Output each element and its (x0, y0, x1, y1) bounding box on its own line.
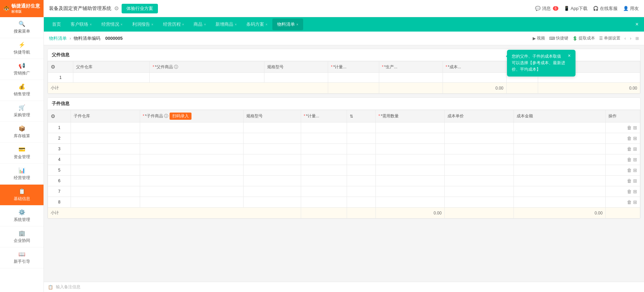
view-video-button[interactable]: ▶ 视频 (533, 35, 545, 41)
tab-customers[interactable]: 客户联络 × (66, 19, 97, 30)
child-unit-cost-cell-2[interactable] (445, 133, 513, 144)
delete-row-7-icon[interactable]: 🗑 (627, 189, 632, 194)
parent-cost-cell[interactable] (443, 73, 506, 83)
hotkeys-button[interactable]: ⌨ 快捷键 (549, 35, 568, 41)
sidebar-item-guide[interactable]: 📖 新手引导 (0, 247, 44, 268)
child-qty-cell-3[interactable] (375, 144, 444, 154)
child-warehouse-cell-4[interactable] (71, 154, 140, 165)
delete-row-2-icon[interactable]: 🗑 (627, 136, 632, 141)
child-spec-cell-8[interactable] (243, 197, 301, 208)
delete-row-1-icon[interactable]: 🗑 (627, 125, 632, 130)
tooltip-close-button[interactable]: × (568, 53, 571, 58)
tab-products[interactable]: 商品 × (189, 19, 211, 30)
child-product-cell-5[interactable] (140, 165, 243, 176)
child-spec-cell-1[interactable] (243, 122, 301, 133)
child-warehouse-cell-1[interactable] (71, 122, 140, 133)
delete-row-5-icon[interactable]: 🗑 (627, 167, 632, 173)
sidebar-item-finance[interactable]: 💳 资金管理 (0, 143, 44, 164)
child-unit-cell-1[interactable] (301, 122, 347, 133)
parent-production-cell[interactable] (379, 73, 443, 83)
child-unit-cost-cell-4[interactable] (445, 154, 513, 165)
tab-operations-status[interactable]: 经营情况 × (97, 19, 127, 30)
child-spec-cell-2[interactable] (243, 133, 301, 144)
tab-barcode[interactable]: 条码方案 × (242, 19, 272, 30)
sidebar-item-search[interactable]: 🔍 搜索菜单 (0, 17, 44, 38)
child-unit-cost-cell-8[interactable] (445, 197, 513, 208)
child-warehouse-cell-8[interactable] (71, 197, 140, 208)
child-unit-cost-cell-1[interactable] (445, 122, 513, 133)
copy-row-4-icon[interactable]: ⊞ (633, 157, 637, 162)
nav-next-icon[interactable]: › (630, 36, 631, 41)
parent-col-settings[interactable]: ⚙ (48, 61, 73, 73)
close-operations-status-icon[interactable]: × (121, 23, 123, 26)
copy-row-5-icon[interactable]: ⊞ (633, 167, 637, 173)
delete-row-3-icon[interactable]: 🗑 (627, 146, 632, 152)
doc-settings-button[interactable]: ☰ 单据设置 (599, 35, 620, 41)
tab-home[interactable]: 首页 (47, 19, 66, 30)
child-unit-cell-7[interactable] (301, 186, 347, 197)
child-unit-cell-3[interactable] (301, 144, 347, 154)
copy-row-8-icon[interactable]: ⊞ (633, 199, 637, 205)
messages-button[interactable]: 💬 消息 6 (535, 5, 558, 12)
child-product-cell-3[interactable] (140, 144, 243, 154)
tab-bom[interactable]: 物料清单 × (272, 19, 303, 30)
child-unit-cell-4[interactable] (301, 154, 347, 165)
extract-cost-button[interactable]: 💲 提取成本 (572, 35, 595, 41)
child-spec-cell-7[interactable] (243, 186, 301, 197)
grid-view-icon[interactable]: ⊞ (635, 36, 639, 41)
child-product-cell-2[interactable] (140, 133, 243, 144)
close-barcode-icon[interactable]: × (265, 23, 268, 26)
child-col-settings[interactable]: ⚙ (48, 110, 71, 122)
child-warehouse-cell-6[interactable] (71, 176, 140, 186)
header-settings-icon[interactable]: ⚙ (114, 5, 119, 12)
child-warehouse-cell-5[interactable] (71, 165, 140, 176)
parent-unit-cell[interactable] (328, 73, 379, 83)
child-product-cell-1[interactable] (140, 122, 243, 133)
delete-row-8-icon[interactable]: 🗑 (627, 199, 632, 205)
tab-profit-report[interactable]: 利润报告 × (127, 19, 158, 30)
sidebar-item-operations[interactable]: 📊 经营管理 (0, 164, 44, 185)
child-product-cell-8[interactable] (140, 197, 243, 208)
parent-spec-cell[interactable] (264, 73, 328, 83)
tab-operations-history[interactable]: 经营历程 × (158, 19, 189, 30)
child-unit-cost-cell-6[interactable] (445, 176, 513, 186)
sidebar-item-purchase[interactable]: 🛒 采购管理 (0, 101, 44, 122)
sidebar-item-enterprise[interactable]: 🏢 企业协同 (0, 226, 44, 247)
close-customers-icon[interactable]: × (90, 23, 92, 26)
child-qty-cell-6[interactable] (375, 176, 444, 186)
close-new-product-icon[interactable]: × (235, 23, 237, 26)
parent-warehouse-cell[interactable] (73, 73, 150, 83)
copy-row-3-icon[interactable]: ⊞ (633, 146, 637, 152)
child-warehouse-cell-2[interactable] (71, 133, 140, 144)
child-product-cell-7[interactable] (140, 186, 243, 197)
copy-row-2-icon[interactable]: ⊞ (633, 136, 637, 141)
child-warehouse-cell-3[interactable] (71, 144, 140, 154)
child-product-cell-6[interactable] (140, 176, 243, 186)
notes-label[interactable]: 输入备注信息 (56, 284, 80, 290)
child-spec-cell-4[interactable] (243, 154, 301, 165)
copy-row-6-icon[interactable]: ⊞ (633, 178, 637, 184)
child-spec-cell-6[interactable] (243, 176, 301, 186)
close-products-icon[interactable]: × (204, 23, 206, 26)
child-qty-cell-2[interactable] (375, 133, 444, 144)
copy-row-1-icon[interactable]: ⊞ (633, 125, 637, 130)
child-spec-cell-5[interactable] (243, 165, 301, 176)
child-qty-cell-4[interactable] (375, 154, 444, 165)
child-unit-cell-2[interactable] (301, 133, 347, 144)
parent-product-cell[interactable] (150, 73, 264, 83)
child-qty-cell-5[interactable] (375, 165, 444, 176)
scan-input-button[interactable]: 扫码录入 (170, 113, 191, 120)
support-button[interactable]: 🎧 在线客服 (593, 5, 618, 12)
child-qty-cell-8[interactable] (375, 197, 444, 208)
child-qty-cell-1[interactable] (375, 122, 444, 133)
copy-row-7-icon[interactable]: ⊞ (633, 189, 637, 194)
child-unit-cell-5[interactable] (301, 165, 347, 176)
app-download-button[interactable]: 📱 App下载 (564, 5, 587, 12)
close-all-tabs-icon[interactable]: × (633, 21, 641, 27)
delete-row-4-icon[interactable]: 🗑 (627, 157, 632, 162)
sidebar-item-quick-nav[interactable]: ⚡ 快捷导航 (0, 38, 44, 59)
sidebar-item-inventory[interactable]: 📦 库存核算 (0, 122, 44, 143)
child-unit-cost-cell-3[interactable] (445, 144, 513, 154)
child-qty-cell-7[interactable] (375, 186, 444, 197)
child-product-cell-4[interactable] (140, 154, 243, 165)
